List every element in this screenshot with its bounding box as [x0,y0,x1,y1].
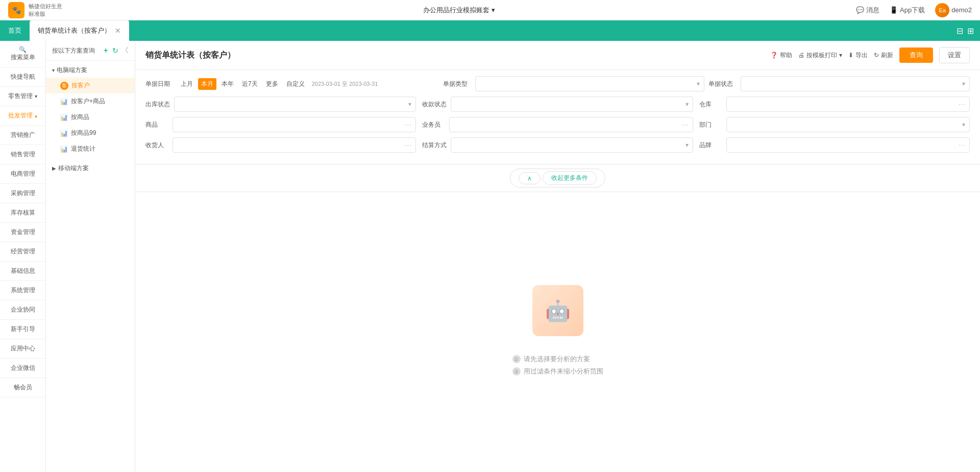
scheme-item-by-customer[interactable]: 客 按客户 [46,78,135,93]
salesperson-label: 业务员 [422,121,445,129]
hint-num-1: ① [512,355,521,363]
scheme-item-by-goods[interactable]: 📊 按商品 [46,109,135,125]
sidebar-item-marketing[interactable]: 营销推广 [0,126,45,145]
page-actions: ❓ 帮助 🖨 按模板打印 ▾ ⬇ 导出 ↻ 刷新 [770,47,970,63]
app-download-btn[interactable]: 📱 App下载 [890,6,925,15]
header-right: 💬 消息 📱 App下载 Ea demo2 [856,3,972,17]
warehouse-filter: 仓库 ··· [699,97,970,112]
refresh-icon: ↻ [874,52,879,59]
sidebar-item-sales[interactable]: 销售管理 [0,145,45,164]
out-status-label: 出库状态 [145,100,170,109]
scheme-item-returns[interactable]: 📊 退货统计 [46,141,135,157]
desktop-group-header[interactable]: ▾ 电脑端方案 [46,63,135,78]
empty-hint-2: 用过滤条件来缩小分析范围 [524,367,603,376]
window-minimize-icon[interactable]: ⊟ [957,26,963,36]
doc-type-select[interactable]: ▾ [475,76,704,91]
scheme-item-customer-goods[interactable]: 📊 按客户+商品 [46,93,135,109]
doc-type-filter: 单据类型 ▾ [443,76,704,91]
empty-state: 🤖 ① 请先选择要分析的方案 ② 用过滤条件来缩小分析范围 [135,192,980,472]
message-btn[interactable]: 💬 消息 [856,6,879,15]
sidebar-item-retail[interactable]: 零售管理 ▾ [0,87,45,106]
sidebar-item-operations[interactable]: 经营管理 [0,242,45,262]
sidebar-item-vip[interactable]: 畅会员 [0,378,45,397]
user-menu[interactable]: Ea demo2 [935,3,972,17]
sidebar-item-purchase[interactable]: 采购管理 [0,184,45,203]
date-btn-more[interactable]: 更多 [263,78,281,90]
department-filter: 部门 ▾ [699,117,970,132]
chevron-down-icon: ▾ [962,121,965,128]
empty-hint-1: 请先选择要分析的方案 [524,355,590,364]
template-print-btn[interactable]: 🖨 按模板打印 ▾ [798,51,842,60]
chart-icon: 📊 [60,98,68,105]
consignee-label: 收货人 [145,141,168,150]
payment-status-label: 收款状态 [422,100,447,109]
chart-icon: 📊 [60,130,68,137]
doc-type-label: 单据类型 [443,80,471,88]
out-status-select[interactable]: ▾ [174,97,416,112]
settings-button[interactable]: 设置 [939,47,970,63]
export-btn[interactable]: ⬇ 导出 [848,51,868,60]
print-icon: 🖨 [798,52,804,59]
collapse-bar[interactable]: ∧ 收起更多条件 [135,164,980,192]
date-btn-this-year[interactable]: 本年 [218,78,237,90]
sidebar-item-newbie[interactable]: 新手引导 [0,320,45,339]
chevron-down-icon: ▾ [52,67,55,73]
sidebar-item-wechat[interactable]: 企业微信 [0,359,45,378]
sidebar-item-finance[interactable]: 资金管理 [0,223,45,242]
chevron-down-icon: ▾ [685,101,689,108]
logo-area: 🐾 畅捷信好生意 标准版 [8,2,62,18]
goods-select[interactable]: ··· [173,117,416,132]
date-btn-this-month[interactable]: 本月 [198,78,216,90]
salesperson-select[interactable]: ··· [449,117,693,132]
customer-scheme-icon: 客 [60,82,68,90]
window-maximize-icon[interactable]: ⊞ [967,26,974,36]
date-btn-prev-month[interactable]: 上月 [178,78,196,90]
doc-status-label: 单据状态 [708,80,737,88]
date-btn-custom[interactable]: 自定义 [283,78,308,90]
content-area: 按以下方案查询 ＋ ↻ 《 ▾ 电脑端方案 客 按客户 📊 按客 [46,41,980,472]
tab-close-icon[interactable]: ✕ [115,27,121,35]
date-btn-7days[interactable]: 近7天 [239,78,261,90]
warehouse-select[interactable]: ··· [726,97,970,112]
tab-home[interactable]: 首页 [0,20,30,41]
scheme-item-goods-99[interactable]: 📊 按商品99 [46,125,135,141]
collapse-icon: ∧ [519,172,541,184]
payment-status-select[interactable]: ▾ [451,97,693,112]
chevron-down-icon: ▾ [35,93,37,99]
avatar: Ea [935,3,949,17]
empty-robot-icon: 🤖 [532,285,583,336]
header-selector[interactable]: 办公用品行业模拟账套 ▾ [423,6,495,15]
sidebar-item-cooperation[interactable]: 企业协同 [0,300,45,320]
doc-status-select[interactable]: ▾ [741,76,970,91]
top-header: 🐾 畅捷信好生意 标准版 办公用品行业模拟账套 ▾ 💬 消息 📱 App下载 E… [0,0,980,20]
mobile-group-header[interactable]: ▶ 移动端方案 [46,161,135,176]
settlement-label: 结算方式 [422,141,447,150]
sidebar-item-basic-info[interactable]: 基础信息 [0,262,45,281]
settlement-select[interactable]: ▾ [451,137,693,153]
sidebar-search[interactable]: 🔍 搜索菜单 [0,41,45,67]
more-icon: ··· [405,121,411,128]
refresh-btn[interactable]: ↻ 刷新 [874,51,893,60]
help-btn[interactable]: ❓ 帮助 [770,51,792,60]
brand-filter: 品牌 ··· [699,137,970,153]
more-icon: ··· [405,141,411,149]
salesperson-filter: 业务员 ··· [422,117,693,132]
sidebar-item-inventory[interactable]: 库存核算 [0,203,45,223]
filter-area: 单据日期 上月 本月 本年 近7天 更多 自定义 2023-03-01 至 20… [135,70,980,164]
collapse-scheme-btn[interactable]: 《 [121,46,129,55]
sidebar-quick-nav[interactable]: 快捷导航 [0,67,45,87]
refresh-scheme-btn[interactable]: ↻ [112,46,118,55]
consignee-select[interactable]: ··· [173,137,416,153]
tab-active[interactable]: 销货单统计表（按客户） ✕ [30,20,129,41]
query-button[interactable]: 查询 [899,48,933,63]
sidebar-item-ecommerce[interactable]: 电商管理 [0,164,45,184]
add-scheme-btn[interactable]: ＋ [102,46,109,55]
department-select[interactable]: ▾ [726,117,970,132]
brand-select[interactable]: ··· [726,137,970,153]
sidebar-item-wholesale[interactable]: 批发管理 ▴ [0,106,45,126]
empty-hints: ① 请先选择要分析的方案 ② 用过滤条件来缩小分析范围 [512,355,603,379]
sidebar-item-app-center[interactable]: 应用中心 [0,339,45,359]
help-icon: ❓ [770,52,778,59]
more-icon: ··· [682,121,689,128]
sidebar-item-system[interactable]: 系统管理 [0,281,45,300]
